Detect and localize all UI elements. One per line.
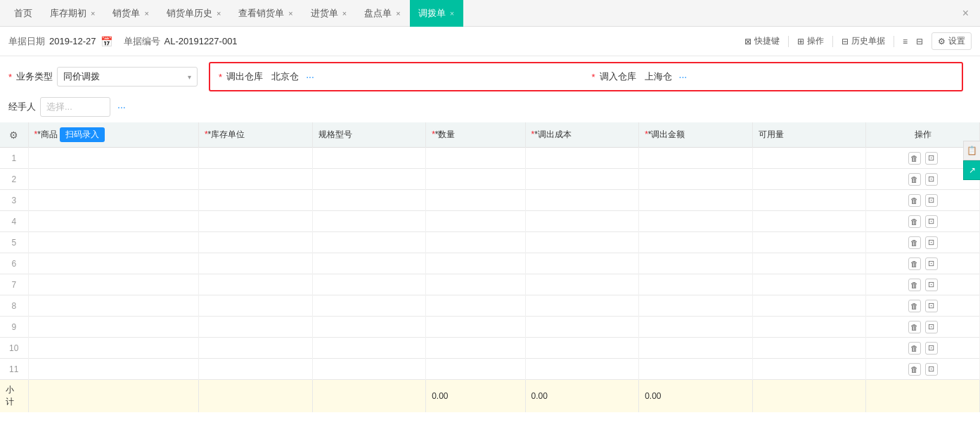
cell-qty[interactable] xyxy=(426,190,525,211)
cell-goods[interactable] xyxy=(28,359,198,380)
copy-row-icon[interactable]: ⊡ xyxy=(925,236,938,249)
cell-unit[interactable] xyxy=(198,359,312,380)
cell-spec[interactable] xyxy=(312,338,426,359)
close-tab-inventory-init[interactable]: × xyxy=(91,9,95,18)
delete-row-icon[interactable]: 🗑 xyxy=(908,215,921,228)
cell-cost[interactable] xyxy=(525,148,639,169)
cell-cost[interactable] xyxy=(525,253,639,274)
copy-row-icon[interactable]: ⊡ xyxy=(925,279,938,291)
cell-amount[interactable] xyxy=(639,232,753,253)
cell-goods[interactable] xyxy=(28,253,198,274)
delete-row-icon[interactable]: 🗑 xyxy=(908,194,921,207)
cell-amount[interactable] xyxy=(639,295,753,317)
cell-spec[interactable] xyxy=(312,253,426,274)
tab-stocktake[interactable]: 盘点单 × xyxy=(356,0,409,27)
cell-goods[interactable] xyxy=(28,338,198,359)
delete-row-icon[interactable]: 🗑 xyxy=(908,279,921,291)
cell-cost[interactable] xyxy=(525,211,639,232)
tab-view-sales[interactable]: 查看销货单 × xyxy=(230,0,302,27)
cell-amount[interactable] xyxy=(639,148,753,169)
cell-cost[interactable] xyxy=(525,169,639,190)
handler-ellipsis[interactable]: ··· xyxy=(115,101,129,113)
cell-goods[interactable] xyxy=(28,295,198,317)
table-container[interactable]: ⚙ **商品 扫码录入 **库存单位 规格型号 **数量 **调出成本 xyxy=(0,122,980,446)
cell-amount[interactable] xyxy=(639,338,753,359)
cell-amount[interactable] xyxy=(639,169,753,190)
cell-qty[interactable] xyxy=(426,274,525,295)
delete-row-icon[interactable]: 🗑 xyxy=(908,321,921,333)
cell-cost[interactable] xyxy=(525,317,639,338)
copy-row-icon[interactable]: ⊡ xyxy=(925,152,938,165)
cell-unit[interactable] xyxy=(198,295,312,317)
copy-row-icon[interactable]: ⊡ xyxy=(925,215,938,228)
copy-row-icon[interactable]: ⊡ xyxy=(925,173,938,186)
cell-spec[interactable] xyxy=(312,274,426,295)
delete-row-icon[interactable]: 🗑 xyxy=(908,152,921,165)
copy-row-icon[interactable]: ⊡ xyxy=(925,257,938,270)
cell-spec[interactable] xyxy=(312,190,426,211)
cell-cost[interactable] xyxy=(525,338,639,359)
cell-unit[interactable] xyxy=(198,211,312,232)
delete-row-icon[interactable]: 🗑 xyxy=(908,363,921,376)
close-window-icon[interactable]: × xyxy=(957,7,974,20)
cell-qty[interactable] xyxy=(426,295,525,317)
tab-inventory-init[interactable]: 库存期初 × xyxy=(41,0,104,27)
cell-qty[interactable] xyxy=(426,359,525,380)
cell-unit[interactable] xyxy=(198,148,312,169)
cell-spec[interactable] xyxy=(312,211,426,232)
cell-amount[interactable] xyxy=(639,211,753,232)
cell-qty[interactable] xyxy=(426,317,525,338)
cell-goods[interactable] xyxy=(28,232,198,253)
cell-qty[interactable] xyxy=(426,148,525,169)
layout2-button[interactable]: ⊟ xyxy=(916,37,923,46)
close-tab-stocktake[interactable]: × xyxy=(396,9,400,18)
delete-row-icon[interactable]: 🗑 xyxy=(908,173,921,186)
gear-icon[interactable]: ⚙ xyxy=(9,129,18,141)
copy-row-icon[interactable]: ⊡ xyxy=(925,321,938,333)
cell-cost[interactable] xyxy=(525,359,639,380)
operations-button[interactable]: ⊞ 操作 xyxy=(797,35,824,47)
cell-qty[interactable] xyxy=(426,169,525,190)
cell-qty[interactable] xyxy=(426,253,525,274)
cell-qty[interactable] xyxy=(426,338,525,359)
cell-cost[interactable] xyxy=(525,232,639,253)
cell-cost[interactable] xyxy=(525,274,639,295)
cell-amount[interactable] xyxy=(639,190,753,211)
calendar-icon[interactable]: 📅 xyxy=(101,36,112,47)
close-tab-sales-history[interactable]: × xyxy=(217,9,221,18)
copy-row-icon[interactable]: ⊡ xyxy=(925,342,938,355)
cell-spec[interactable] xyxy=(312,232,426,253)
cell-amount[interactable] xyxy=(639,253,753,274)
cell-unit[interactable] xyxy=(198,190,312,211)
cell-spec[interactable] xyxy=(312,169,426,190)
cell-goods[interactable] xyxy=(28,169,198,190)
cell-unit[interactable] xyxy=(198,253,312,274)
cell-spec[interactable] xyxy=(312,359,426,380)
handler-input[interactable]: 选择... xyxy=(40,97,110,117)
cell-unit[interactable] xyxy=(198,317,312,338)
close-tab-purchase[interactable]: × xyxy=(342,9,347,18)
settings-button[interactable]: ⚙ 设置 xyxy=(931,32,972,50)
cell-qty[interactable] xyxy=(426,232,525,253)
cell-unit[interactable] xyxy=(198,169,312,190)
cell-unit[interactable] xyxy=(198,338,312,359)
cell-amount[interactable] xyxy=(639,274,753,295)
cell-unit[interactable] xyxy=(198,232,312,253)
layout1-button[interactable]: ≡ xyxy=(903,37,908,46)
cell-goods[interactable] xyxy=(28,211,198,232)
table-gear-header[interactable]: ⚙ xyxy=(0,122,28,148)
close-tab-sales-order[interactable]: × xyxy=(144,9,148,18)
delete-row-icon[interactable]: 🗑 xyxy=(908,236,921,249)
delete-row-icon[interactable]: 🗑 xyxy=(908,300,921,312)
copy-row-icon[interactable]: ⊡ xyxy=(925,363,938,376)
tab-sales-order[interactable]: 销货单 × xyxy=(104,0,157,27)
tab-sales-history[interactable]: 销货单历史 × xyxy=(158,0,230,27)
cell-goods[interactable] xyxy=(28,148,198,169)
close-tab-transfer[interactable]: × xyxy=(450,9,454,18)
shortcuts-button[interactable]: ⊠ 快捷键 xyxy=(744,35,780,47)
cell-goods[interactable] xyxy=(28,274,198,295)
tab-home[interactable]: 首页 xyxy=(6,0,41,27)
cell-cost[interactable] xyxy=(525,295,639,317)
biz-type-input[interactable]: 同价调拨 ▾ xyxy=(57,67,198,87)
delete-row-icon[interactable]: 🗑 xyxy=(908,342,921,355)
